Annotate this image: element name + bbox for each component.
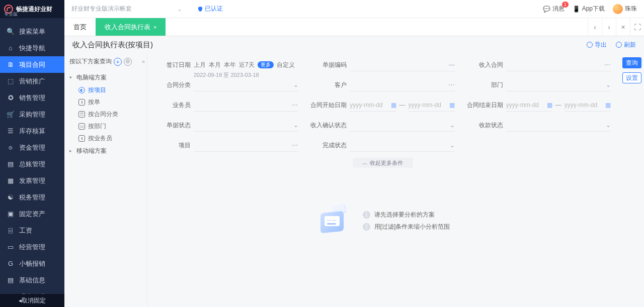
user-menu[interactable]: 珠珠 bbox=[613, 4, 637, 14]
date-preset-more[interactable]: 更多 bbox=[258, 61, 274, 68]
refresh-action[interactable]: 刷新 bbox=[616, 41, 636, 49]
code-input[interactable]: — bbox=[350, 58, 454, 71]
chevron-down-icon: ⌄ bbox=[450, 142, 455, 149]
category-select[interactable]: ⌄ bbox=[194, 78, 298, 91]
scheme-leaf-0-2[interactable]: ☷按合同分类 bbox=[78, 108, 144, 120]
scheme-collapse[interactable]: « bbox=[142, 58, 145, 64]
chevron-down-icon[interactable]: ⌄ bbox=[177, 6, 182, 13]
scheme-add-button[interactable]: + bbox=[114, 58, 122, 66]
sidebar-item-15[interactable]: ▤基础信息 bbox=[0, 272, 64, 288]
verified-badge: 已认证 bbox=[197, 5, 223, 13]
sidebar-item-10[interactable]: ☯税务管理 bbox=[0, 189, 64, 206]
messages-link[interactable]: 💬 消息 1 bbox=[543, 5, 565, 13]
sidebar-item-0[interactable]: 🔍搜索菜单 bbox=[0, 23, 64, 40]
tab-close-icon[interactable]: × bbox=[153, 24, 156, 30]
topbar: 好业财专业版演示帐套 ⌄ 已认证 💬 消息 1 📱 App下载 珠珠 bbox=[64, 0, 644, 18]
calendar-icon[interactable]: ▦ bbox=[547, 101, 552, 109]
sidebar-item-5[interactable]: 🛒采购管理 bbox=[0, 106, 64, 123]
sidebar-item-6[interactable]: ☰库存核算 bbox=[0, 123, 64, 139]
calendar-icon[interactable]: ▦ bbox=[605, 101, 611, 109]
collapse-filters[interactable]: ︿ 收起更多条件 bbox=[353, 158, 413, 168]
tab-label: 收入合同执行表 bbox=[105, 23, 150, 32]
project-picker[interactable]: ⋯ bbox=[194, 139, 298, 152]
sign-date-label: 签订日期 bbox=[154, 61, 191, 69]
nav-icon: ▦ bbox=[7, 177, 14, 184]
placeholder: yyyy-mm-dd bbox=[565, 101, 605, 109]
brand-name: 畅捷通好业财 bbox=[16, 5, 52, 14]
date-preset-custom[interactable]: 自定义 bbox=[277, 61, 295, 69]
scheme-settings-button[interactable]: ⚙ bbox=[124, 58, 132, 66]
placeholder: yyyy-mm-dd bbox=[506, 101, 547, 109]
sidebar-item-14[interactable]: G小畅报销 bbox=[0, 255, 64, 272]
salesman-picker[interactable]: ⋯ bbox=[194, 98, 298, 112]
sidebar-item-4[interactable]: ✪销售管理 bbox=[0, 89, 64, 106]
sign-date-presets: 上月本月本年近7天更多自定义 bbox=[194, 61, 295, 69]
income-contract-picker[interactable]: ⋯ bbox=[506, 58, 611, 71]
scheme-group-0[interactable]: ▾电脑端方案 bbox=[69, 71, 144, 84]
calendar-icon[interactable]: ▦ bbox=[449, 101, 455, 109]
group-label: 电脑端方案 bbox=[76, 73, 107, 82]
tabs-prev[interactable]: ‹ bbox=[588, 18, 602, 36]
sidebar-item-9[interactable]: ▦发票管理 bbox=[0, 172, 64, 189]
export-action[interactable]: 导出 bbox=[587, 41, 607, 49]
date-preset-3[interactable]: 近7天 bbox=[239, 61, 255, 69]
leaf-icon: ⫾ bbox=[78, 99, 85, 106]
avatar-icon bbox=[613, 4, 623, 14]
chevron-up-icon: ︿ bbox=[362, 159, 368, 167]
chevron-down-icon: ⌄ bbox=[293, 81, 298, 88]
leaf-label: 按单 bbox=[88, 98, 100, 107]
customer-label: 客户 bbox=[310, 81, 347, 89]
start-date-from[interactable]: yyyy-mm-dd▦ bbox=[350, 98, 396, 112]
finish-status-select[interactable]: ⌄ bbox=[350, 139, 454, 152]
unpin-sidebar[interactable]: ◂ 取消固定 bbox=[0, 294, 64, 307]
nav-icon: 🗎 bbox=[7, 61, 14, 68]
sidebar-item-2[interactable]: 🗎项目合同 bbox=[0, 56, 64, 73]
nav-icon: ▣ bbox=[7, 211, 14, 218]
tab-income-contract[interactable]: 收入合同执行表 × bbox=[96, 18, 166, 36]
nav-label: 工资 bbox=[19, 226, 32, 235]
sidebar-item-13[interactable]: ▭经营管理 bbox=[0, 239, 64, 255]
verified-text: 已认证 bbox=[205, 5, 223, 13]
doc-status-select[interactable]: ⌄ bbox=[194, 119, 298, 132]
nav-icon: ✪ bbox=[7, 94, 14, 101]
settings-button[interactable]: 设置 bbox=[622, 72, 641, 83]
scheme-leaf-0-4[interactable]: ⫾按业务员 bbox=[78, 132, 144, 144]
collapse-label: 收起更多条件 bbox=[370, 159, 403, 167]
query-button[interactable]: 查询 bbox=[622, 57, 641, 68]
sidebar-item-3[interactable]: ⬚营销推广 bbox=[0, 73, 64, 89]
sidebar-item-7[interactable]: ⌾资金管理 bbox=[0, 139, 64, 156]
app-download-link[interactable]: 📱 App下载 bbox=[573, 5, 605, 13]
app-label: App下载 bbox=[582, 5, 605, 13]
sidebar-item-12[interactable]: ⌸工资 bbox=[0, 222, 64, 239]
scheme-leaf-0-1[interactable]: ⫾按单 bbox=[78, 96, 144, 108]
scheme-leaf-0-0[interactable]: ◐按项目 bbox=[78, 84, 144, 96]
date-preset-0[interactable]: 上月 bbox=[194, 61, 206, 69]
receipt-status-select[interactable]: ⌄ bbox=[506, 119, 611, 132]
tabs-close-all[interactable]: × bbox=[616, 18, 630, 36]
nav-icon: 🛒 bbox=[7, 111, 14, 118]
customer-picker[interactable]: ⋯ bbox=[350, 78, 454, 91]
tabs-fullscreen[interactable]: ⛶ bbox=[630, 18, 644, 36]
income-status-select[interactable]: ⌄ bbox=[350, 119, 454, 132]
dept-select[interactable]: ⌄ bbox=[506, 78, 611, 91]
calendar-icon[interactable]: ▦ bbox=[391, 101, 396, 109]
sidebar-item-1[interactable]: ⌂快捷导航 bbox=[0, 40, 64, 56]
date-preset-1[interactable]: 本月 bbox=[209, 61, 221, 69]
workspace-selector[interactable]: 好业财专业版演示帐套 bbox=[71, 5, 132, 13]
end-date-to[interactable]: yyyy-mm-dd▦ bbox=[565, 98, 611, 112]
tab-home[interactable]: 首页 bbox=[64, 18, 96, 36]
date-preset-2[interactable]: 本年 bbox=[224, 61, 236, 69]
end-date-from[interactable]: yyyy-mm-dd▦ bbox=[506, 98, 552, 112]
nav-label: 经营管理 bbox=[19, 243, 45, 252]
sidebar-item-11[interactable]: ▣固定资产 bbox=[0, 206, 64, 222]
refresh-icon bbox=[616, 42, 622, 48]
start-date-to[interactable]: yyyy-mm-dd▦ bbox=[409, 98, 455, 112]
step-2-badge: 2 bbox=[363, 223, 370, 231]
leaf-label: 按合同分类 bbox=[88, 110, 118, 119]
nav-label: 库存核算 bbox=[19, 127, 45, 136]
scheme-group-1[interactable]: ▸移动端方案 bbox=[69, 144, 144, 157]
page-body: 按以下方案查询 + ⚙ « ▾电脑端方案◐按项目⫾按单☷按合同分类▭按部门⫾按业… bbox=[64, 53, 644, 307]
tabs-next[interactable]: › bbox=[602, 18, 616, 36]
sidebar-item-8[interactable]: ▤总账管理 bbox=[0, 156, 64, 172]
scheme-leaf-0-3[interactable]: ▭按部门 bbox=[78, 120, 144, 132]
